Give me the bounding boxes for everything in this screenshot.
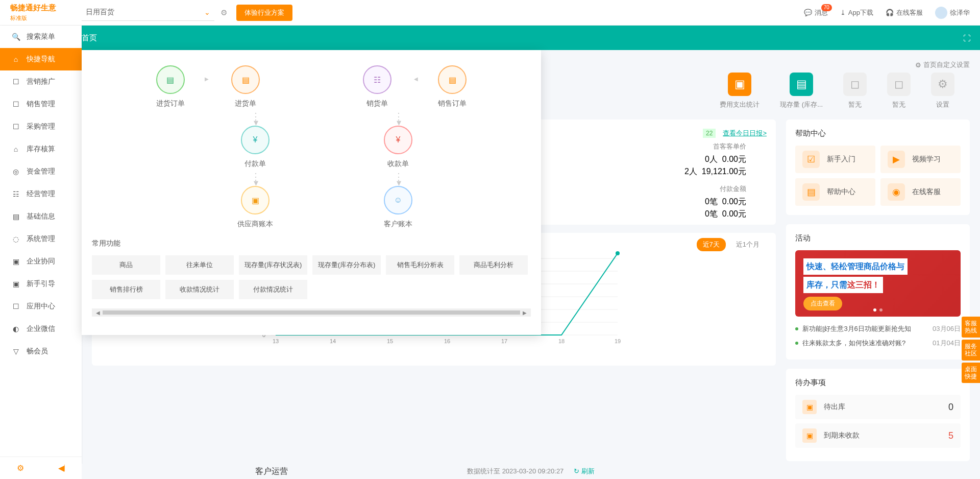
svg-text:14: 14 [330,338,336,344]
dot-icon [795,327,798,330]
tool-empty2[interactable]: ◻暂无 [887,73,911,109]
bag-icon: ☐ [11,100,20,109]
svg-text:19: 19 [615,338,621,344]
empty-icon: ◻ [843,73,867,96]
cart-icon: ☐ [11,122,20,131]
common-goods[interactable]: 商品 [92,255,160,275]
sidebar-item-purchase[interactable]: ☐采购管理 [0,115,82,138]
todo-receivable[interactable]: ▣到期未收款5 [795,423,961,448]
float-desktop[interactable]: 桌面快捷 [962,363,980,384]
team-icon: ▣ [11,257,20,266]
fullscreen-icon[interactable]: ⛶ [963,34,971,42]
common-stock-dist[interactable]: 现存量(库存分布表) [312,255,381,275]
doc-arrow-icon: ▤ [231,65,260,94]
gear-icon: ◌ [11,234,20,244]
common-title: 常用功能 [92,239,531,248]
todo-outbound[interactable]: ▣待出库0 [795,395,961,419]
sidebar-item-search[interactable]: 🔍搜索菜单 [0,26,82,48]
refresh-link[interactable]: ↻ 刷新 [574,467,595,476]
daily-report-link[interactable]: 查看今日日报> [723,129,767,138]
sidebar-item-apps[interactable]: ☐应用中心 [0,295,82,318]
tab-7days[interactable]: 近7天 [697,238,726,251]
common-contacts[interactable]: 往来单位 [165,255,234,275]
sidebar-item-operation[interactable]: ☷经营管理 [0,183,82,205]
help-video[interactable]: ▶视频学习 [880,146,961,173]
float-community[interactable]: 服务社区 [962,340,980,361]
sidebar-item-quicknav[interactable]: ⌂快捷导航 [0,48,82,70]
carousel-dots[interactable] [873,308,883,312]
scroll-right-icon[interactable]: ▶ [523,310,527,316]
help-cs[interactable]: ◉在线客服 [880,178,961,206]
sidebar-item-wecom[interactable]: ◐企业微信 [0,318,82,340]
sidebar-item-finance[interactable]: ◎资金管理 [0,160,82,183]
try-industry-button[interactable]: 体验行业方案 [236,5,292,21]
yen-icon: ¥ [241,126,270,154]
sidebar-item-sales[interactable]: ☐销售管理 [0,93,82,115]
float-tags: 客服热线 服务社区 桌面快捷 [962,317,980,383]
flow-payment[interactable]: ¥付款单 [214,126,296,169]
flow-sales-order[interactable]: ▤销售订单 [415,65,490,108]
common-sales-rank[interactable]: 销售排行榜 [92,280,160,299]
svg-text:17: 17 [501,338,507,344]
tool-expense[interactable]: ▣费用支出统计 [720,73,760,109]
doc-icon: ▤ [802,183,820,201]
help-title: 帮助中心 [795,129,961,138]
flow-customer-ledger[interactable]: ☺客户账本 [357,186,439,229]
dot-icon [795,342,798,345]
sidebar-item-vip[interactable]: ▽畅会员 [0,340,82,363]
top-header: 畅捷通好生意 标准版 日用百货 ⌄ ⚙ 体验行业方案 💬 消息 70 ⤓ App… [0,0,980,26]
footer-bar: 客户运营 数据统计至 2023-03-20 09:20:27 ↻ 刷新 [82,464,980,479]
flow-supplier-ledger[interactable]: ▣供应商账本 [214,186,296,229]
category-label: 日用百货 [86,8,114,17]
sidebar-item-newbie[interactable]: ▣新手引导 [0,273,82,295]
flow-purchase-order[interactable]: ▤进货订单 [133,65,208,108]
flow-sales-bill[interactable]: ☷销货单 [339,65,414,108]
sidebar-item-inventory[interactable]: ⌂库存核算 [0,138,82,160]
wechat-icon: ◐ [11,324,20,333]
doc-icon: ▤ [438,65,467,94]
home-icon: ⌂ [11,55,20,64]
tool-stock[interactable]: ▤现存量 (库存... [780,73,823,109]
flow-receipt[interactable]: ¥收款单 [357,126,439,169]
tool-settings[interactable]: ⚙设置 [931,73,954,109]
gear-icon[interactable]: ⚙ [220,8,227,17]
tab-home[interactable]: 首页 [82,33,97,43]
user-menu[interactable]: 徐泽华 [935,7,970,19]
news-item[interactable]: 新功能|好生意3月6日功能更新抢先知03月06日 [795,322,961,336]
news-item[interactable]: 往来账款太多，如何快速准确对账?01月04日 [795,336,961,350]
common-sales-profit[interactable]: 销售毛利分析表 [386,255,454,275]
avatar [935,7,947,19]
scroll-left-icon[interactable]: ◀ [96,310,100,316]
sidebar-item-marketing[interactable]: ☐营销推广 [0,70,82,93]
supplier-icon: ▣ [241,186,270,214]
customize-link[interactable]: 首页自定义设置 [923,60,970,69]
activity-banner[interactable]: 快速、轻松管理商品价格与 库存，只需这三招！ 点击查看 [795,250,961,317]
help-newbie[interactable]: ☑新手入门 [795,146,875,173]
category-select[interactable]: 日用百货 ⌄ [82,5,214,21]
messages-link[interactable]: 💬 消息 70 [804,8,828,17]
tool-empty1[interactable]: ◻暂无 [843,73,867,109]
scroll-thumb[interactable] [103,310,520,315]
flow-purchase-bill[interactable]: ▤进货单 [208,65,283,108]
horizontal-scrollbar[interactable]: ◀ ▶ [92,308,531,317]
tab-bar: 首页 ⛶ [0,26,980,50]
online-cs-link[interactable]: 🎧 在线客服 [886,8,923,17]
help-center[interactable]: ▤帮助中心 [795,178,875,206]
sidebar-item-system[interactable]: ◌系统管理 [0,228,82,250]
sidebar-item-collab[interactable]: ▣企业协同 [0,250,82,273]
common-goods-profit[interactable]: 商品毛利分析 [459,255,528,275]
common-receipt-stat[interactable]: 收款情况统计 [165,280,234,299]
common-payment-stat[interactable]: 付款情况统计 [239,280,307,299]
settings-icon[interactable]: ⚙ [17,463,24,473]
warehouse-icon: ⌂ [11,145,20,154]
app-download-link[interactable]: ⤓ App下载 [840,8,873,17]
tab-1month[interactable]: 近1个月 [730,238,766,251]
sidebar-item-basedata[interactable]: ▤基础信息 [0,205,82,228]
sidebar: 🔍搜索菜单 ⌂快捷导航 ☐营销推广 ☐销售管理 ☐采购管理 ⌂库存核算 ◎资金管… [0,26,82,479]
common-stock-status[interactable]: 现存量(库存状况表) [239,255,307,275]
todo-card: 待办事项 ▣待出库0 ▣到期未收款5 [786,369,970,461]
activity-btn[interactable]: 点击查看 [803,297,842,310]
float-hotline[interactable]: 客服热线 [962,317,980,338]
collapse-icon[interactable]: ◀𝄀 [58,463,65,473]
download-icon: ⤓ [840,9,846,16]
